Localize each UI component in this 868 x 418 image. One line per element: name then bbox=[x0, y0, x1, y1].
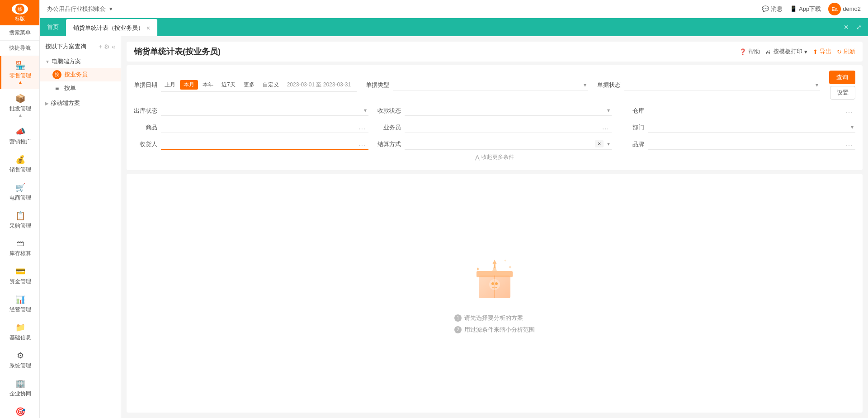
tree-mobile-parent[interactable]: ▶ 移动端方案 bbox=[40, 97, 121, 109]
topbar: 办公用品行业模拟账套 ▾ 💬 消息 📱 App下载 Ea demo2 bbox=[40, 0, 868, 18]
collapse-row: ⋀ 收起更多条件 bbox=[134, 150, 855, 165]
sidebar-item-inventory[interactable]: 🗃 库存核算 bbox=[0, 234, 39, 262]
doc-type-field-group: 单据类型 ▾ bbox=[366, 80, 589, 90]
sales-icon: 💰 bbox=[15, 155, 25, 165]
payment-method-label: 结算方式 bbox=[377, 140, 405, 148]
user-menu[interactable]: Ea demo2 bbox=[828, 3, 861, 15]
product-content: … bbox=[161, 122, 368, 133]
receiver-content: … bbox=[161, 138, 368, 150]
doc-status-arrow-icon: ▾ bbox=[814, 82, 820, 88]
date-btn-this-month[interactable]: 本月 bbox=[180, 80, 198, 90]
tab-home[interactable]: 首页 bbox=[40, 18, 66, 36]
sidebar-item-finance-label: 资金管理 bbox=[9, 278, 31, 285]
print-label: 按模板打印 bbox=[773, 48, 802, 56]
payment-status-content[interactable]: ▾ bbox=[405, 105, 612, 116]
collapse-label: 收起更多条件 bbox=[481, 153, 514, 161]
app-download-btn[interactable]: 📱 App下载 bbox=[790, 5, 821, 13]
sidebar-item-basic[interactable]: 📁 基础信息 bbox=[0, 318, 39, 346]
sidebar-item-retail[interactable]: 🏪 零售管理 ▲ bbox=[0, 56, 39, 89]
warehouse-more-icon[interactable]: … bbox=[843, 107, 855, 114]
print-btn[interactable]: 🖨 按模板打印 ▾ bbox=[765, 48, 807, 56]
product-more-icon[interactable]: … bbox=[356, 124, 368, 131]
marketing-icon: 📣 bbox=[15, 127, 25, 137]
tab-sales-stats[interactable]: 销货单统计表（按业务员） × bbox=[66, 19, 157, 37]
tree-group-mobile: ▶ 移动端方案 bbox=[40, 97, 121, 109]
tree-child-by-order[interactable]: ≡ 按单 bbox=[40, 81, 121, 95]
tree-desktop-parent[interactable]: ▼ 电脑端方案 bbox=[40, 55, 121, 68]
breadcrumb-dropdown[interactable]: ▾ bbox=[109, 5, 113, 12]
salesperson-more-icon[interactable]: … bbox=[599, 124, 612, 131]
warehouse-label: 仓库 bbox=[621, 107, 648, 115]
sidebar: 畅 标版 搜索菜单 快捷导航 🏪 零售管理 ▲ 📦 批发管理 ▲ 📣 营销推广 … bbox=[0, 0, 40, 418]
page-header: 销货单统计表(按业务员) ❓ 帮助 🖨 按模板打印 ▾ ⬆ 导出 bbox=[127, 42, 863, 62]
warehouse-content: … bbox=[648, 105, 855, 116]
scheme-settings-btn[interactable]: ⚙ bbox=[104, 43, 110, 50]
quick-nav-item[interactable]: 快捷导航 bbox=[0, 41, 39, 56]
sidebar-item-newbie[interactable]: 🎯 新手引导 bbox=[0, 402, 39, 418]
step-1-text: 请先选择要分析的方案 bbox=[464, 312, 523, 324]
sidebar-item-wholesale-label: 批发管理 bbox=[9, 105, 31, 113]
export-btn[interactable]: ⬆ 导出 bbox=[813, 48, 831, 56]
help-btn[interactable]: ❓ 帮助 bbox=[739, 48, 760, 56]
date-btn-this-year[interactable]: 本年 bbox=[199, 80, 217, 90]
storage-status-content[interactable]: ▾ bbox=[161, 105, 368, 116]
sidebar-item-marketing[interactable]: 📣 营销推广 bbox=[0, 122, 39, 150]
tab-close-btn[interactable]: ✕ bbox=[841, 22, 852, 33]
by-salesperson-icon: 按 bbox=[52, 70, 61, 79]
payment-method-tag-x[interactable]: × bbox=[598, 141, 601, 147]
sidebar-item-ecommerce[interactable]: 🛒 电商管理 bbox=[0, 178, 39, 206]
date-btn-last7days[interactable]: 近7天 bbox=[218, 80, 239, 90]
sidebar-item-wholesale[interactable]: 📦 批发管理 ▲ bbox=[0, 89, 39, 122]
department-content[interactable]: ▾ bbox=[648, 122, 855, 133]
add-scheme-btn[interactable]: + bbox=[99, 43, 102, 50]
tab-close-icon[interactable]: × bbox=[146, 24, 150, 32]
filter-row-4: 收货人 … 结算方式 × ▾ bbox=[134, 138, 855, 150]
collapse-button[interactable]: ⋀ 收起更多条件 bbox=[470, 152, 519, 163]
sidebar-item-finance[interactable]: 💳 资金管理 bbox=[0, 262, 39, 290]
settings-button[interactable]: 设置 bbox=[830, 86, 855, 100]
receiver-more-icon[interactable]: … bbox=[356, 140, 368, 147]
step-2-text: 用过滤条件来缩小分析范围 bbox=[464, 324, 535, 336]
tabs-right-actions: ✕ ⤢ bbox=[841, 22, 868, 33]
sidebar-item-system[interactable]: ⚙ 系统管理 bbox=[0, 346, 39, 374]
filter-section: 单据日期 上月 本月 本年 近7天 更多 自定义 2023-03-01 至 20… bbox=[127, 65, 863, 170]
sidebar-item-enterprise[interactable]: 🏢 企业协同 bbox=[0, 374, 39, 402]
sidebar-item-basic-label: 基础信息 bbox=[9, 334, 31, 342]
query-button[interactable]: 查询 bbox=[829, 71, 855, 84]
search-menu-item[interactable]: 搜索菜单 bbox=[0, 25, 39, 41]
doc-type-content[interactable]: ▾ bbox=[393, 80, 589, 90]
date-btn-more[interactable]: 更多 bbox=[240, 80, 258, 90]
sidebar-item-sales-label: 销售管理 bbox=[9, 166, 31, 174]
sidebar-item-operations[interactable]: 📊 经营管理 bbox=[0, 290, 39, 318]
finance-icon: 💳 bbox=[15, 266, 25, 276]
empty-state: ✦ ✦ ✦ 1 请先选择要分析的方案 2 用过滤条件来缩小分析范围 bbox=[127, 174, 863, 413]
by-order-label: 按单 bbox=[64, 84, 76, 92]
tab-restore-btn[interactable]: ⤢ bbox=[854, 22, 864, 33]
payment-method-content: × ▾ bbox=[405, 138, 612, 150]
by-order-icon: ≡ bbox=[52, 84, 61, 93]
brand-more-icon[interactable]: … bbox=[843, 140, 855, 147]
product-label: 商品 bbox=[134, 124, 161, 132]
filter-row-3: 商品 … 业务员 … 部门 bbox=[134, 122, 855, 133]
tree-child-by-salesperson[interactable]: 按 按业务员 bbox=[40, 68, 121, 81]
sidebar-item-ecommerce-label: 电商管理 bbox=[9, 194, 31, 202]
empty-state-icon: ✦ ✦ ✦ bbox=[467, 251, 522, 305]
sidebar-item-purchase[interactable]: 📋 采购管理 bbox=[0, 206, 39, 234]
basic-icon: 📁 bbox=[15, 323, 25, 332]
mobile-group-label: 移动端方案 bbox=[51, 99, 80, 107]
sidebar-item-sales[interactable]: 💰 销售管理 bbox=[0, 150, 39, 178]
date-btn-last-month[interactable]: 上月 bbox=[161, 80, 179, 90]
date-field-group: 单据日期 上月 本月 本年 近7天 更多 自定义 2023-03-01 至 20… bbox=[134, 78, 357, 92]
filter-row-2: 出库状态 ▾ 收款状态 ▾ bbox=[134, 105, 855, 116]
message-btn[interactable]: 💬 消息 bbox=[762, 5, 783, 13]
doc-type-label: 单据类型 bbox=[366, 81, 393, 89]
print-icon: 🖨 bbox=[765, 48, 771, 55]
refresh-btn[interactable]: ↻ 刷新 bbox=[837, 48, 855, 56]
payment-method-field-group: 结算方式 × ▾ bbox=[377, 138, 612, 150]
doc-status-content[interactable]: ▾ bbox=[624, 80, 820, 90]
collapse-panel-btn[interactable]: « bbox=[112, 43, 115, 50]
mobile-arrow-icon: ▶ bbox=[45, 101, 49, 106]
sidebar-item-retail-label: 零售管理 bbox=[9, 72, 31, 80]
date-btn-custom[interactable]: 自定义 bbox=[259, 80, 283, 90]
content-area: 按以下方案查询 + ⚙ « ▼ 电脑端方案 按 按业务员 ≡ 按单 bbox=[40, 36, 868, 418]
